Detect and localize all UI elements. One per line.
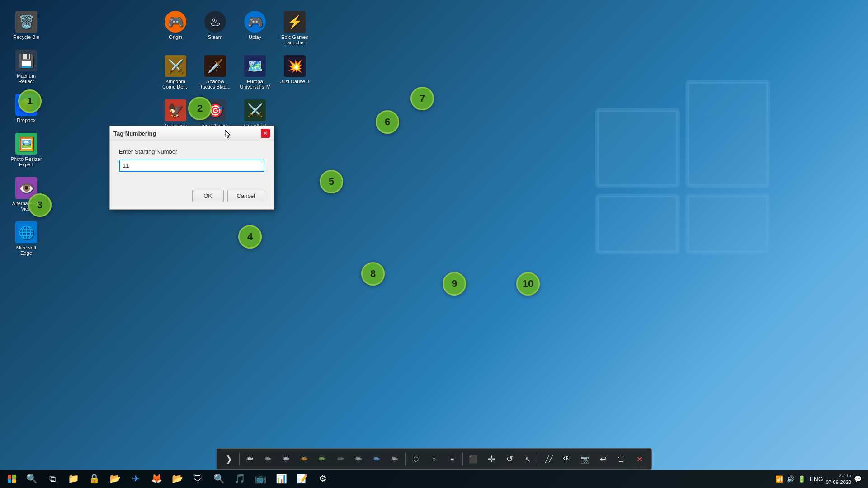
taskbar-word[interactable]: 📝	[292, 470, 312, 488]
steam-label: Steam	[208, 34, 222, 40]
toolbar-separator-1	[239, 453, 240, 465]
toolbar-lines-btn[interactable]: ≡	[443, 450, 461, 468]
tray-lang[interactable]: ENG	[808, 475, 824, 483]
taskbar-search[interactable]: 🔍	[22, 470, 42, 488]
toolbar-delete-btn[interactable]: 🗑	[613, 450, 630, 468]
toolbar-diagonal-lines-btn[interactable]: ╱╱	[540, 450, 557, 468]
epic-label: Epic Games Launcher	[278, 34, 311, 45]
taskbar-telegram[interactable]: ✈	[126, 470, 146, 488]
svg-rect-9	[12, 475, 16, 479]
taskbar-video[interactable]: 📺	[250, 470, 270, 488]
number-circle-4: 4	[238, 225, 262, 249]
origin-icon: 🎮	[165, 11, 186, 33]
number-circle-5: 5	[320, 170, 343, 193]
tag-numbering-dialog: Tag Numbering ✕ Enter Starting Number OK…	[109, 126, 274, 210]
svg-rect-10	[8, 479, 11, 483]
dialog-label: Enter Starting Number	[119, 148, 264, 155]
dialog-footer: OK Cancel	[110, 186, 274, 209]
desktop-icon-magnum[interactable]: 💾 Macrium Reflect	[8, 47, 44, 87]
europa-icon: 🗺️	[244, 55, 266, 77]
taskbar-folder2[interactable]: 📂	[167, 470, 187, 488]
taskbar-system-tray: 📶 🔊 🔋 ENG 20:16 07-09-2020 💬	[771, 472, 866, 486]
dialog-title: Tag Numbering	[113, 130, 156, 137]
desktop-icon-kingdom[interactable]: ⚔️ Kingdom Come Del...	[157, 52, 193, 92]
toolbar-pen2-btn[interactable]: ✏	[259, 450, 277, 468]
toolbar-rotate-btn[interactable]: ↺	[501, 450, 518, 468]
number-circle-7: 7	[410, 87, 434, 110]
shadow-icon: 🗡️	[204, 55, 226, 77]
desktop-icon-epic[interactable]: ⚡ Epic Games Launcher	[277, 8, 313, 48]
toolbar-close-btn[interactable]: ✕	[631, 450, 648, 468]
desktop-icon-photo-resizer[interactable]: 🖼️ Photo Resizer Expert	[8, 130, 44, 170]
ok-button[interactable]: OK	[192, 190, 224, 202]
number-circle-6: 6	[376, 110, 399, 134]
photo-resizer-icon: 🖼️	[15, 133, 37, 155]
toolbar-arrow-btn[interactable]: ❯	[220, 450, 237, 468]
magnum-label: Macrium Reflect	[10, 73, 42, 84]
taskbar-clock[interactable]: 20:16 07-09-2020	[826, 472, 851, 486]
taskbar-shield[interactable]: 🛡	[188, 470, 208, 488]
taskbar-apps: 🔍 ⧉ 📁 🔒 📂 ✈ 🦊 📂 🛡 🔍 🎵 📺 📊 📝 ⚙	[22, 470, 771, 488]
taskbar-files[interactable]: 📁	[63, 470, 83, 488]
toolbar-separator-3	[462, 453, 463, 465]
windows-logo-background	[588, 72, 778, 262]
dialog-close-button[interactable]: ✕	[261, 129, 270, 138]
svg-rect-7	[688, 196, 769, 253]
microsoft-edge-icon: 🌐	[15, 221, 37, 243]
desktop-icons-area: 🗑️ Recycle Bin 💾 Macrium Reflect 📦 Dropb…	[5, 5, 48, 263]
toolbar-select-btn[interactable]: ↖	[519, 450, 536, 468]
toolbar-eraser-btn[interactable]: ⬛	[465, 450, 482, 468]
taskbar-explorer[interactable]: 📂	[105, 470, 125, 488]
taskbar-settings[interactable]: ⚙	[313, 470, 333, 488]
desktop-icon-recycle-bin[interactable]: 🗑️ Recycle Bin	[8, 8, 44, 42]
game-icons-area: 🎮 Origin ♨ Steam 🎮 Uplay ⚡ Epic Games La…	[154, 5, 316, 141]
photo-resizer-label: Photo Resizer Expert	[10, 156, 42, 167]
greedfall-icon: ⚔️	[244, 99, 266, 121]
origin-label: Origin	[169, 34, 182, 40]
toolbar-pen3-btn[interactable]: ✏	[278, 450, 295, 468]
desktop-icon-steam[interactable]: ♨ Steam	[197, 8, 233, 48]
toolbar-pen4-btn[interactable]: ✏	[296, 450, 313, 468]
start-button[interactable]	[2, 470, 22, 488]
kingdom-label: Kingdom Come Del...	[159, 79, 192, 89]
toolbar-pen9-btn[interactable]: ✏	[386, 450, 403, 468]
tray-network[interactable]: 📶	[774, 475, 784, 483]
tray-action-center[interactable]: 💬	[853, 475, 863, 483]
desktop-icon-uplay[interactable]: 🎮 Uplay	[237, 8, 273, 48]
toolbar-move-btn[interactable]: ✛	[483, 450, 500, 468]
toolbar-undo-btn[interactable]: ↩	[594, 450, 612, 468]
number-circle-1: 1	[18, 89, 42, 113]
microsoft-edge-label: Microsoft Edge	[10, 245, 42, 256]
number-circle-3: 3	[28, 193, 52, 217]
tray-battery[interactable]: 🔋	[797, 475, 807, 483]
desktop-icon-microsoft-edge[interactable]: 🌐 Microsoft Edge	[8, 219, 44, 258]
toolbar-eye-btn[interactable]: 👁	[558, 450, 576, 468]
toolbar-pen7-btn[interactable]: ✏	[350, 450, 367, 468]
taskbar-excel[interactable]: 📊	[271, 470, 291, 488]
toolbar-pen1-btn[interactable]: ✏	[241, 450, 259, 468]
toolbar-pen8-btn[interactable]: ✏	[368, 450, 385, 468]
toolbar-pen6-btn[interactable]: ✏	[332, 450, 349, 468]
taskbar: 🔍 ⧉ 📁 🔒 📂 ✈ 🦊 📂 🛡 🔍 🎵 📺 📊 📝 ⚙ 📶 🔊 🔋 ENG …	[0, 470, 868, 488]
toolbar-shapes-btn[interactable]: ⬡	[407, 450, 425, 468]
tray-volume[interactable]: 🔊	[786, 475, 795, 483]
steam-icon: ♨	[204, 11, 226, 33]
desktop-icon-shadow[interactable]: 🗡️ Shadow Tactics Blad...	[197, 52, 233, 92]
taskbar-search2[interactable]: 🔍	[209, 470, 229, 488]
taskbar-task-view[interactable]: ⧉	[42, 470, 62, 488]
svg-rect-4	[597, 110, 678, 186]
desktop-icon-europa[interactable]: 🗺️ Europa Universalis IV	[237, 52, 273, 92]
taskbar-firefox[interactable]: 🦊	[146, 470, 166, 488]
taskbar-app1[interactable]: 🎵	[230, 470, 250, 488]
recycle-bin-label: Recycle Bin	[13, 34, 39, 40]
cancel-button[interactable]: Cancel	[227, 190, 264, 202]
dialog-titlebar[interactable]: Tag Numbering ✕	[110, 126, 274, 141]
toolbar-camera-btn[interactable]: 📷	[576, 450, 594, 468]
taskbar-lock[interactable]: 🔒	[84, 470, 104, 488]
desktop-icon-justcause[interactable]: 💥 Just Cause 3	[277, 52, 313, 92]
toolbar-pen5-btn[interactable]: ✏	[314, 450, 331, 468]
starting-number-input[interactable]	[119, 160, 264, 172]
toolbar-separator-2	[405, 453, 406, 465]
toolbar-ellipse-btn[interactable]: ○	[425, 450, 443, 468]
desktop-icon-origin[interactable]: 🎮 Origin	[157, 8, 193, 48]
